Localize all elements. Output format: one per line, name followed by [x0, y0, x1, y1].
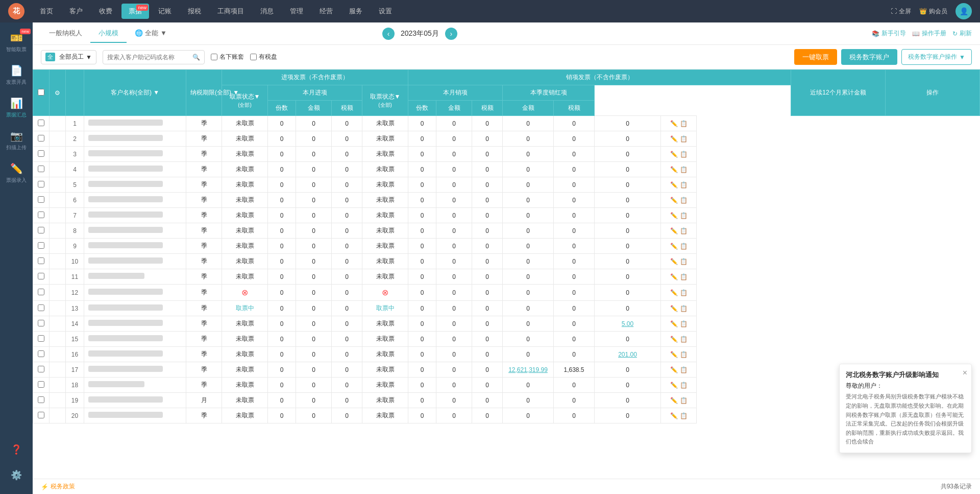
row-client-name[interactable] [84, 285, 186, 301]
copy-btn[interactable]: 📋 [680, 273, 688, 280]
copy-btn[interactable]: 📋 [680, 227, 688, 234]
row-checkbox-19[interactable] [38, 396, 44, 403]
edit-btn[interactable]: ✏️ [670, 366, 678, 373]
copy-btn[interactable]: 📋 [680, 289, 688, 296]
row-client-name[interactable] [84, 239, 186, 254]
employee-select[interactable]: 全 全部员工 ▼ [41, 50, 96, 64]
row-checkbox-4[interactable] [38, 166, 44, 172]
has-tax-disk-checkbox[interactable]: 有税盘 [250, 53, 277, 61]
row-checkbox-3[interactable] [38, 150, 44, 157]
tax-digital-account-btn[interactable]: 税务数字账户 [841, 49, 897, 65]
tax-digital-ops-btn[interactable]: 税务数字账户操作 ▼ [901, 49, 972, 65]
edit-btn[interactable]: ✏️ [670, 351, 678, 358]
row-client-name[interactable] [84, 408, 186, 424]
tab-general-taxpayer[interactable]: 一般纳税人 [41, 25, 90, 43]
sidebar-settings-bottom[interactable]: ⚙️ [0, 464, 33, 486]
th-client-name[interactable]: 客户名称(全部) ▼ [84, 70, 186, 116]
row-checkbox-6[interactable] [38, 196, 44, 203]
copy-btn[interactable]: 📋 [680, 412, 688, 419]
nav-service[interactable]: 服务 [342, 4, 370, 19]
sidebar-item-smart-ticket[interactable]: 🎫 智能取票 new [0, 27, 33, 58]
row-checkbox-12[interactable] [38, 289, 44, 295]
popup-close-btn[interactable]: × [963, 368, 967, 378]
row-checkbox-13[interactable] [38, 304, 44, 311]
edit-btn[interactable]: ✏️ [670, 227, 678, 234]
row-checkbox-18[interactable] [38, 381, 44, 388]
next-month-btn[interactable]: › [445, 28, 457, 40]
sidebar-help[interactable]: ❓ [0, 439, 33, 460]
user-avatar[interactable]: 👤 [955, 3, 972, 19]
search-box[interactable]: 🔍 [103, 50, 205, 64]
edit-btn[interactable]: ✏️ [670, 243, 678, 250]
row-checkbox-1[interactable] [38, 120, 44, 126]
row-client-name[interactable] [84, 162, 186, 177]
row-client-name[interactable] [84, 193, 186, 208]
edit-btn[interactable]: ✏️ [670, 305, 678, 312]
edit-btn[interactable]: ✏️ [670, 382, 678, 389]
row-client-name[interactable] [84, 116, 186, 131]
row-checkbox-10[interactable] [38, 257, 44, 264]
row-client-name[interactable] [84, 378, 186, 393]
row-checkbox-16[interactable] [38, 350, 44, 357]
edit-btn[interactable]: ✏️ [670, 135, 678, 143]
nav-accounting[interactable]: 记账 [151, 4, 179, 19]
row-checkbox-5[interactable] [38, 181, 44, 187]
edit-btn[interactable]: ✏️ [670, 212, 678, 219]
tab-small-scale[interactable]: 小规模 [90, 25, 127, 43]
row-client-name[interactable] [84, 223, 186, 239]
nav-business[interactable]: 工商项目 [210, 4, 251, 19]
edit-btn[interactable]: ✏️ [670, 397, 678, 404]
row-client-name[interactable] [84, 301, 186, 316]
row-client-name[interactable] [84, 362, 186, 378]
copy-btn[interactable]: 📋 [680, 397, 688, 404]
nav-home[interactable]: 首页 [33, 4, 60, 19]
sidebar-item-summary[interactable]: 📊 票据汇总 [0, 92, 33, 124]
tab-all[interactable]: 🌐 全能 ▼ [127, 25, 175, 43]
row-client-name[interactable] [84, 393, 186, 408]
sidebar-item-issue[interactable]: 📄 发票开具 [0, 59, 33, 91]
edit-btn[interactable]: ✏️ [670, 336, 678, 343]
tax-policy-link[interactable]: ⚡ 税务政策 [41, 482, 75, 491]
row-checkbox-9[interactable] [38, 242, 44, 249]
copy-btn[interactable]: 📋 [680, 181, 688, 189]
row-client-name[interactable] [84, 316, 186, 332]
row-checkbox-2[interactable] [38, 135, 44, 142]
copy-btn[interactable]: 📋 [680, 382, 688, 389]
nav-message[interactable]: 消息 [253, 4, 281, 19]
row-checkbox-20[interactable] [38, 412, 44, 418]
copy-btn[interactable]: 📋 [680, 166, 688, 173]
row-client-name[interactable] [84, 332, 186, 347]
row-client-name[interactable] [84, 147, 186, 162]
nav-manage[interactable]: 管理 [283, 4, 310, 19]
copy-btn[interactable]: 📋 [680, 212, 688, 219]
edit-btn[interactable]: ✏️ [670, 412, 678, 419]
sidebar-item-entry[interactable]: ✏️ 票据录入 [0, 157, 33, 189]
copy-btn[interactable]: 📋 [680, 258, 688, 265]
edit-btn[interactable]: ✏️ [670, 320, 678, 327]
copy-btn[interactable]: 📋 [680, 366, 688, 373]
nav-operation[interactable]: 经营 [312, 4, 340, 19]
copy-btn[interactable]: 📋 [680, 351, 688, 358]
row-checkbox-15[interactable] [38, 335, 44, 342]
row-checkbox-17[interactable] [38, 366, 44, 372]
edit-btn[interactable]: ✏️ [670, 197, 678, 204]
row-client-name[interactable] [84, 347, 186, 362]
edit-btn[interactable]: ✏️ [670, 289, 678, 296]
copy-btn[interactable]: 📋 [680, 151, 688, 158]
copy-btn[interactable]: 📋 [680, 120, 688, 127]
nav-invoice[interactable]: 票据 new [121, 4, 149, 19]
th-out-status[interactable]: 取票状态▼(全部) [362, 85, 408, 116]
refresh-btn[interactable]: ↻ 刷新 [952, 29, 972, 38]
copy-btn[interactable]: 📋 [680, 320, 688, 327]
copy-btn[interactable]: 📋 [680, 336, 688, 343]
edit-btn[interactable]: ✏️ [670, 258, 678, 265]
select-all-checkbox[interactable] [38, 89, 44, 96]
row-checkbox-8[interactable] [38, 227, 44, 233]
row-checkbox-11[interactable] [38, 273, 44, 279]
copy-btn[interactable]: 📋 [680, 305, 688, 312]
manual-btn[interactable]: 📖 操作手册 [912, 29, 946, 38]
row-client-name[interactable] [84, 177, 186, 193]
th-tax-period[interactable]: 纳税期限(全部) ▼ [186, 70, 222, 116]
row-client-name[interactable] [84, 131, 186, 147]
nav-fee[interactable]: 收费 [92, 4, 119, 19]
